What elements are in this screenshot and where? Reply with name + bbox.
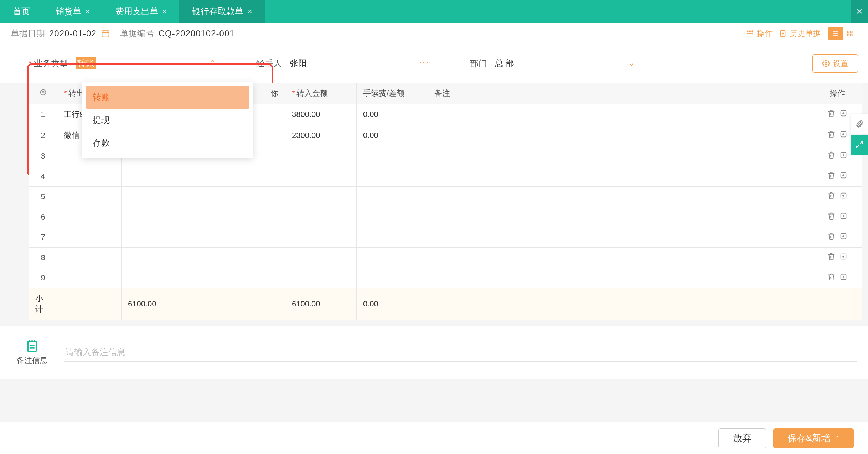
cell-in-amount[interactable] xyxy=(285,227,357,248)
insert-row-button[interactable] xyxy=(837,253,849,262)
cell-fee[interactable] xyxy=(357,166,428,187)
cell-hidden[interactable] xyxy=(122,268,264,288)
cell-hidden[interactable] xyxy=(122,187,264,207)
cell-out-account[interactable] xyxy=(57,268,122,288)
cell-in-amount[interactable] xyxy=(285,268,357,288)
cell-suffix[interactable] xyxy=(264,227,285,248)
tab-home[interactable]: 首页 xyxy=(0,0,43,23)
cell-fee[interactable] xyxy=(357,146,428,166)
delete-row-button[interactable] xyxy=(825,233,837,242)
cell-remark[interactable] xyxy=(428,207,812,227)
insert-row-button[interactable] xyxy=(837,274,849,283)
cell-remark[interactable] xyxy=(428,227,812,248)
delete-row-button[interactable] xyxy=(825,192,837,201)
cell-suffix[interactable] xyxy=(264,146,285,166)
insert-row-button[interactable] xyxy=(837,152,849,161)
close-panel-button[interactable]: × xyxy=(851,0,868,23)
cell-out-account[interactable] xyxy=(57,187,122,207)
cell-hidden[interactable] xyxy=(122,166,264,187)
cell-hidden[interactable] xyxy=(122,207,264,227)
cell-fee[interactable]: 0.00 xyxy=(357,104,428,125)
cell-fee[interactable] xyxy=(357,248,428,268)
cell-hidden[interactable] xyxy=(122,227,264,248)
table-row[interactable]: 6 xyxy=(29,207,862,227)
cell-remark[interactable] xyxy=(428,248,812,268)
delete-row-button[interactable] xyxy=(825,172,837,181)
cell-out-account[interactable] xyxy=(57,207,122,227)
side-attach-button[interactable] xyxy=(851,114,868,134)
cell-suffix[interactable] xyxy=(264,125,285,146)
cell-fee[interactable] xyxy=(357,187,428,207)
col-in-amount[interactable]: *转入金额 xyxy=(285,83,357,104)
cell-suffix[interactable] xyxy=(264,248,285,268)
insert-row-button[interactable] xyxy=(837,213,849,222)
col-action[interactable]: 操作 xyxy=(812,83,862,104)
cell-in-amount[interactable] xyxy=(285,207,357,227)
col-fee[interactable]: 手续费/差额 xyxy=(357,83,428,104)
date-value[interactable]: 2020-01-02 xyxy=(49,29,97,38)
cell-out-account[interactable] xyxy=(57,227,122,248)
tab-bank-transfer[interactable]: 银行存取款单 × xyxy=(179,0,265,23)
delete-row-button[interactable] xyxy=(825,274,837,283)
side-expand-button[interactable] xyxy=(851,135,868,155)
view-list-button[interactable] xyxy=(828,27,843,40)
tab-expense[interactable]: 费用支出单 × xyxy=(103,0,180,23)
view-grid-button[interactable] xyxy=(843,27,857,40)
col-remark[interactable]: 备注 xyxy=(428,83,812,104)
col-suffix[interactable]: 你 xyxy=(264,83,285,104)
cell-suffix[interactable] xyxy=(264,268,285,288)
cell-fee[interactable] xyxy=(357,227,428,248)
dropdown-option-deposit[interactable]: 存款 xyxy=(86,131,249,154)
cell-out-account[interactable] xyxy=(57,166,122,187)
cell-in-amount[interactable] xyxy=(285,146,357,166)
close-icon[interactable]: × xyxy=(248,7,252,16)
close-icon[interactable]: × xyxy=(162,7,167,16)
table-settings-header[interactable] xyxy=(29,83,57,104)
cell-in-amount[interactable] xyxy=(285,187,357,207)
delete-row-button[interactable] xyxy=(825,131,837,140)
insert-row-button[interactable] xyxy=(837,233,849,242)
delete-row-button[interactable] xyxy=(825,152,837,161)
biz-type-select[interactable]: 转账 ⌃ xyxy=(74,55,217,72)
delete-row-button[interactable] xyxy=(825,110,837,119)
cell-remark[interactable] xyxy=(428,268,812,288)
calendar-icon[interactable] xyxy=(101,29,110,38)
cell-fee[interactable]: 0.00 xyxy=(357,125,428,146)
save-and-new-button[interactable]: 保存&新增 ⌃ xyxy=(773,428,854,448)
operate-button[interactable]: 操作 xyxy=(746,28,773,39)
cell-fee[interactable] xyxy=(357,207,428,227)
cell-remark[interactable] xyxy=(428,104,812,125)
cell-remark[interactable] xyxy=(428,125,812,146)
cell-in-amount[interactable]: 2300.00 xyxy=(285,125,357,146)
insert-row-button[interactable] xyxy=(837,110,849,119)
close-icon[interactable]: × xyxy=(86,7,90,16)
dept-select[interactable]: 总 部 ⌄ xyxy=(494,55,636,72)
tab-sales-order[interactable]: 销货单 × xyxy=(43,0,103,23)
dropdown-option-transfer[interactable]: 转账 xyxy=(86,86,249,109)
settings-button[interactable]: 设置 xyxy=(812,54,858,73)
handler-select[interactable]: 张阳 ··· xyxy=(288,55,431,72)
cell-suffix[interactable] xyxy=(264,104,285,125)
cell-hidden[interactable] xyxy=(122,248,264,268)
table-row[interactable]: 7 xyxy=(29,227,862,248)
delete-row-button[interactable] xyxy=(825,253,837,262)
insert-row-button[interactable] xyxy=(837,131,849,140)
dropdown-option-withdraw[interactable]: 提现 xyxy=(86,109,249,131)
insert-row-button[interactable] xyxy=(837,172,849,181)
insert-row-button[interactable] xyxy=(837,192,849,201)
history-button[interactable]: 历史单据 xyxy=(779,28,821,39)
cell-remark[interactable] xyxy=(428,187,812,207)
cell-in-amount[interactable]: 3800.00 xyxy=(285,104,357,125)
table-row[interactable]: 4 xyxy=(29,166,862,187)
cell-suffix[interactable] xyxy=(264,207,285,227)
remark-input[interactable] xyxy=(64,343,857,362)
cell-suffix[interactable] xyxy=(264,187,285,207)
table-row[interactable]: 9 xyxy=(29,268,862,288)
delete-row-button[interactable] xyxy=(825,213,837,222)
cell-fee[interactable] xyxy=(357,268,428,288)
cell-remark[interactable] xyxy=(428,166,812,187)
table-row[interactable]: 8 xyxy=(29,248,862,268)
table-row[interactable]: 5 xyxy=(29,187,862,207)
cancel-button[interactable]: 放弃 xyxy=(718,428,766,448)
cell-suffix[interactable] xyxy=(264,166,285,187)
